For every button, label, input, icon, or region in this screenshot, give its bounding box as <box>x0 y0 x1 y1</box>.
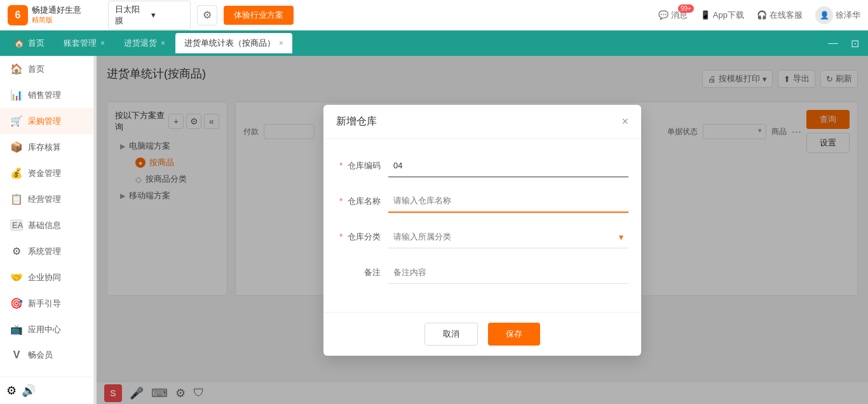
sidebar-item-apps[interactable]: 📺 应用中心 <box>0 316 93 342</box>
modal-close-button[interactable]: × <box>621 115 628 128</box>
enterprise-icon: 🤝 <box>10 271 23 283</box>
sidebar-item-operations-label: 经营管理 <box>28 194 61 205</box>
sidebar-item-home-label: 首页 <box>28 64 44 75</box>
remark-input[interactable] <box>388 261 628 284</box>
store-dropdown-arrow: ▾ <box>151 10 184 20</box>
app-download-label: App下载 <box>713 10 744 21</box>
sidebar-item-inventory[interactable]: 📦 库存核算 <box>0 134 93 160</box>
warehouse-code-row: * 仓库编码 <box>336 154 628 177</box>
modal-header: 新增仓库 × <box>323 105 641 139</box>
cancel-button[interactable]: 取消 <box>424 323 478 346</box>
tab-purchase-return-close[interactable]: × <box>161 39 165 48</box>
warehouse-name-row: * 仓库名称 <box>336 190 628 213</box>
apps-icon: 📺 <box>10 323 23 335</box>
tab-minimize-button[interactable]: — <box>824 36 842 51</box>
warehouse-code-input[interactable] <box>388 154 628 177</box>
save-button[interactable]: 保存 <box>488 323 540 346</box>
tab-bar: 🏠 首页 账套管理 × 进货退货 × 进货单统计表（按商品） × — ⊡ <box>0 30 868 56</box>
modal-body: * 仓库编码 * 仓库名称 <box>323 139 641 312</box>
header-right: 💬 消息 99+ 📱 App下载 🎧 在线客服 👤 徐泽华 <box>658 6 860 24</box>
sidebar-item-basic-info-label: 基础信息 <box>28 220 61 231</box>
tab-purchase-return-label: 进货退货 <box>124 37 157 49</box>
tab-accounts-close[interactable]: × <box>100 39 105 48</box>
sidebar-item-basic-info[interactable]: EA 基础信息 <box>0 212 93 238</box>
sales-icon: 📊 <box>10 89 23 101</box>
sidebar-bottom: ⚙ 🔊 <box>0 377 93 404</box>
home-icon: 🏠 <box>14 39 24 48</box>
sidebar-item-enterprise[interactable]: 🤝 企业协同 <box>0 264 93 290</box>
tab-accounts-label: 账套管理 <box>64 37 97 49</box>
tab-purchase-stats[interactable]: 进货单统计表（按商品） × <box>175 33 292 53</box>
new-warehouse-modal: 新增仓库 × * 仓库编码 * <box>323 105 641 356</box>
app-download-button[interactable]: 📱 App下载 <box>700 10 744 21</box>
tab-actions: — ⊡ <box>824 36 863 51</box>
member-icon: V <box>10 349 23 361</box>
required-star-category: * <box>339 232 342 241</box>
settings-button[interactable]: ⚙ <box>197 5 217 25</box>
app-logo: 6 <box>8 5 28 25</box>
required-star-name: * <box>339 196 342 206</box>
user-avatar: 👤 <box>815 6 833 24</box>
username: 徐泽华 <box>836 10 860 21</box>
tab-purchase-return[interactable]: 进货退货 × <box>115 33 174 53</box>
finance-icon: 💰 <box>10 167 23 179</box>
sidebar-item-inventory-label: 库存核算 <box>28 142 61 153</box>
notification-badge: 99+ <box>678 4 694 13</box>
guide-icon: 🎯 <box>10 297 23 309</box>
sidebar-sound-icon[interactable]: 🔊 <box>22 384 36 398</box>
tab-purchase-stats-close[interactable]: × <box>279 39 283 48</box>
headset-icon: 🎧 <box>757 10 767 20</box>
user-area[interactable]: 👤 徐泽华 <box>815 6 860 24</box>
sidebar-item-finance-label: 资金管理 <box>28 168 61 179</box>
sidebar-item-apps-label: 应用中心 <box>28 324 61 335</box>
modal-footer: 取消 保存 <box>323 312 641 356</box>
tab-home[interactable]: 🏠 首页 <box>5 33 53 53</box>
sidebar-item-member[interactable]: V 畅会员 <box>0 342 93 368</box>
phone-icon: 📱 <box>700 10 710 20</box>
sidebar: 🏠 首页 📊 销售管理 🛒 采购管理 📦 库存核算 💰 资金管理 📋 经营管理 … <box>0 56 94 404</box>
sidebar-item-home[interactable]: 🏠 首页 <box>0 56 93 82</box>
tab-purchase-stats-label: 进货单统计表（按商品） <box>184 37 275 49</box>
sidebar-item-enterprise-label: 企业协同 <box>28 272 61 283</box>
sidebar-item-sales[interactable]: 📊 销售管理 <box>0 82 93 108</box>
message-button[interactable]: 💬 消息 99+ <box>658 10 688 21</box>
app-name: 畅捷通好生意 <box>32 5 81 16</box>
sidebar-item-member-label: 畅会员 <box>28 349 53 361</box>
modal-overlay: 新增仓库 × * 仓库编码 * <box>97 56 868 404</box>
warehouse-category-row: * 仓库分类 ▾ <box>336 226 628 248</box>
warehouse-category-wrapper: ▾ <box>388 226 628 248</box>
sidebar-item-guide[interactable]: 🎯 新手引导 <box>0 290 93 316</box>
sidebar-item-guide-label: 新手引导 <box>28 298 61 309</box>
sidebar-settings-icon[interactable]: ⚙ <box>6 384 17 398</box>
tab-expand-button[interactable]: ⊡ <box>847 36 863 51</box>
main-layout: 🏠 首页 📊 销售管理 🛒 采购管理 📦 库存核算 💰 资金管理 📋 经营管理 … <box>0 56 868 404</box>
sidebar-item-operations[interactable]: 📋 经营管理 <box>0 186 93 212</box>
warehouse-code-label: * 仓库编码 <box>336 160 381 172</box>
remark-row: 备注 <box>336 261 628 284</box>
modal-title: 新增仓库 <box>336 115 377 128</box>
required-star-code: * <box>339 161 342 170</box>
experience-button[interactable]: 体验行业方案 <box>224 6 294 25</box>
inventory-icon: 📦 <box>10 141 23 153</box>
sidebar-item-finance[interactable]: 💰 资金管理 <box>0 160 93 186</box>
basic-info-icon: EA <box>10 219 23 231</box>
message-icon: 💬 <box>658 10 668 20</box>
remark-label: 备注 <box>336 267 381 278</box>
operations-icon: 📋 <box>10 193 23 205</box>
tab-accounts[interactable]: 账套管理 × <box>55 33 114 53</box>
system-icon: ⚙ <box>10 245 23 257</box>
online-service-button[interactable]: 🎧 在线客服 <box>757 10 803 21</box>
warehouse-name-input[interactable] <box>388 190 628 213</box>
top-header: 6 畅捷通好生意 精简版 日太阳膜 ▾ ⚙ 体验行业方案 💬 消息 99+ 📱 … <box>0 0 868 30</box>
tab-home-label: 首页 <box>28 37 44 49</box>
purchase-icon: 🛒 <box>10 115 23 127</box>
logo-area: 6 畅捷通好生意 精简版 <box>8 5 102 25</box>
warehouse-category-input[interactable] <box>388 226 628 248</box>
online-service-label: 在线客服 <box>770 10 803 21</box>
sidebar-item-system[interactable]: ⚙ 系统管理 <box>0 238 93 264</box>
warehouse-name-label: * 仓库名称 <box>336 196 381 207</box>
content-area: 进货单统计(按商品) 🖨 按模板打印 ▾ ⬆ 导出 ↻ 刷新 <box>97 56 868 404</box>
sidebar-item-purchase[interactable]: 🛒 采购管理 <box>0 108 93 134</box>
home-sidebar-icon: 🏠 <box>10 63 23 75</box>
store-selector[interactable]: 日太阳膜 ▾ <box>108 1 191 30</box>
